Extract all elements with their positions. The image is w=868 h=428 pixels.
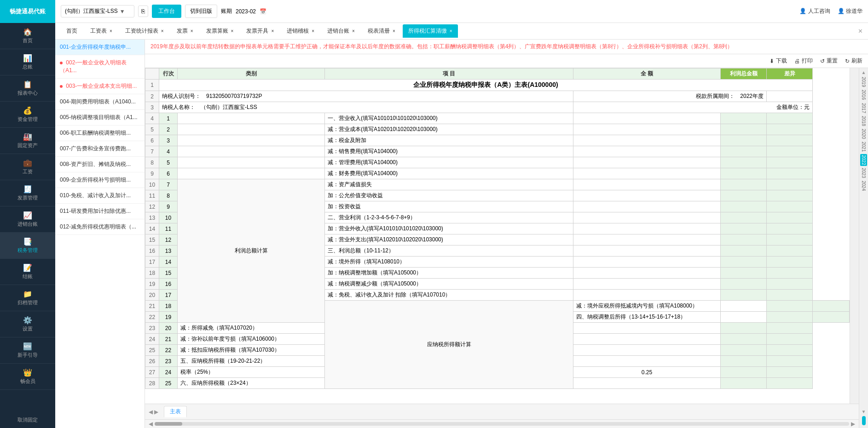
item-cell[interactable]: 减：资产减值损失 [325, 179, 573, 190]
diff-cell[interactable] [767, 356, 813, 367]
scroll-left-icon[interactable]: ◀ [149, 421, 153, 427]
profit-cell[interactable] [721, 201, 767, 212]
close-all-tabs-button[interactable]: × [858, 27, 862, 35]
close-icon[interactable]: × [191, 29, 193, 34]
diff-cell[interactable] [767, 290, 813, 301]
tab-income-tax[interactable]: 所得税汇算清缴 × [403, 24, 458, 38]
item-cell[interactable]: 减：弥补以前年度亏损（填写A106000） [178, 334, 325, 345]
profit-cell[interactable] [767, 312, 813, 323]
switch-version-button[interactable]: 切到旧版 [185, 5, 217, 18]
profit-cell[interactable] [721, 113, 767, 124]
profit-cell[interactable] [721, 334, 767, 345]
scroll-up-icon[interactable]: ▲ [862, 70, 866, 75]
diff-cell[interactable] [767, 245, 813, 257]
sidebar-item-finance[interactable]: 💰 资金管理 [0, 102, 55, 128]
close-icon[interactable]: × [450, 29, 452, 34]
amount-cell[interactable] [573, 223, 721, 234]
amount-cell[interactable]: 0.25 [573, 367, 721, 378]
diff-cell[interactable] [767, 113, 813, 124]
col-A-cell[interactable]: 11 [159, 223, 178, 234]
col-A-cell[interactable]: 10 [159, 212, 178, 223]
col-A-cell[interactable]: 21 [159, 334, 178, 345]
sidebar-item-assets[interactable]: 🏭 固定资产 [0, 128, 55, 154]
close-icon[interactable]: × [271, 29, 274, 34]
diff-cell[interactable] [767, 201, 813, 212]
diff-cell[interactable] [767, 124, 813, 135]
diff-cell[interactable] [767, 279, 813, 290]
diff-cell[interactable] [767, 345, 813, 356]
amount-cell[interactable] [573, 345, 721, 356]
item-cell[interactable]: 加：公允价值变动收益 [325, 190, 573, 201]
year-2024[interactable]: 2024 [860, 180, 867, 192]
ai-label[interactable]: 👤 人工咨询 [799, 7, 830, 15]
close-icon[interactable]: × [161, 29, 164, 34]
diff-cell[interactable] [767, 257, 813, 268]
amount-cell[interactable] [573, 268, 721, 279]
item-cell[interactable]: 四、纳税调整后所得（13-14+15-16-17+18） [573, 312, 721, 323]
left-panel-item-007[interactable]: 007-广告费和业务宣传费跑... [55, 141, 145, 157]
amount-cell[interactable] [573, 190, 721, 201]
profit-cell[interactable] [721, 345, 767, 356]
item-cell[interactable]: 减：税金及附加 [325, 135, 573, 146]
item-cell[interactable]: 减：纳税调整减少额（填写A105000） [325, 279, 573, 290]
item-cell[interactable]: 减：所得减免（填写A107020） [178, 323, 325, 334]
profit-cell[interactable] [767, 301, 813, 312]
amount-cell[interactable] [573, 113, 721, 124]
item-cell[interactable]: 减：免税、减计收入及加计 扣除（填写A107010） [325, 290, 573, 301]
amount-cell[interactable] [573, 257, 721, 268]
amount-cell[interactable] [573, 323, 721, 334]
amount-cell[interactable] [721, 312, 767, 323]
item-cell[interactable]: 三、利润总额（10-11-12） [325, 245, 573, 257]
diff-cell[interactable] [767, 179, 813, 190]
col-A-cell[interactable]: 1 [159, 113, 178, 124]
year-2017[interactable]: 2017 [860, 102, 867, 114]
profit-cell[interactable] [721, 179, 767, 190]
spreadsheet-container[interactable]: 行次 类别 项 目 全 额 利润总金额 差异 [145, 68, 850, 404]
sidebar-item-member[interactable]: 👑 畅会员 [0, 364, 55, 390]
diff-cell[interactable] [767, 146, 813, 157]
left-panel-item-006[interactable]: 006-职工薪酬纳税调整明细... [55, 126, 145, 141]
item-cell[interactable]: 减：境外所得（填写A108010） [325, 257, 573, 268]
amount-cell[interactable] [573, 356, 721, 367]
sidebar-item-settings[interactable]: ⚙️ 设置 [0, 311, 55, 337]
scroll-down-icon[interactable]: ▼ [862, 409, 866, 414]
left-panel-item-010[interactable]: 010-免税、减计收入及加计... [55, 188, 145, 204]
col-A-cell[interactable]: 19 [159, 312, 178, 323]
amount-cell[interactable] [573, 290, 721, 301]
year-2019[interactable]: 2019 [860, 76, 867, 88]
sheet-nav-arrows[interactable]: ◀ ▶ [149, 409, 158, 415]
col-A-cell[interactable]: 12 [159, 234, 178, 245]
amount-cell[interactable] [573, 124, 721, 135]
diff-cell[interactable] [767, 212, 813, 223]
profit-cell[interactable] [721, 323, 767, 334]
workbench-button[interactable]: 工作台 [152, 5, 181, 18]
diff-cell[interactable] [767, 157, 813, 168]
left-panel-item-003[interactable]: 003-一般企业成本支出明细... [55, 79, 145, 94]
close-icon[interactable]: × [312, 29, 314, 34]
item-cell[interactable]: 一、营业收入(填写A101010\101020\103000) [325, 113, 573, 124]
profit-cell[interactable] [721, 146, 767, 157]
col-A-cell[interactable]: 4 [159, 146, 178, 157]
left-panel-item-001[interactable]: 001-企业所得税年度纳税申... [55, 40, 145, 55]
col-A-cell[interactable]: 3 [159, 135, 178, 146]
item-cell[interactable]: 减：营业成本(填写A102010\102020\103000) [325, 124, 573, 135]
col-A-cell[interactable]: 7 [159, 179, 178, 190]
diff-cell[interactable] [767, 223, 813, 234]
profit-cell[interactable] [721, 212, 767, 223]
item-cell[interactable]: 减：抵扣应纳税所得额（填写A107030） [178, 345, 325, 356]
amount-cell[interactable] [573, 378, 721, 389]
profit-cell[interactable] [721, 378, 767, 389]
item-cell[interactable]: 六、应纳所得税额（23×24） [178, 378, 325, 389]
year-2020[interactable]: 2020 [860, 128, 867, 140]
print-button[interactable]: 🖨 打印 [794, 57, 813, 65]
col-A-cell[interactable]: 8 [159, 190, 178, 201]
year-2023[interactable]: 2023 [860, 167, 867, 179]
left-panel-item-011[interactable]: 011-研发费用加计扣除优惠... [55, 204, 145, 219]
tab-invoice-calc[interactable]: 发票算账 × [201, 24, 239, 38]
left-panel-item-002[interactable]: 002-一般企业收入明细表（A1... [55, 55, 145, 79]
amount-cell[interactable] [573, 157, 721, 168]
profit-cell[interactable] [721, 268, 767, 279]
col-A-cell[interactable]: 22 [159, 345, 178, 356]
tab-tax-list[interactable]: 税表清册 × [362, 24, 401, 38]
diff-cell[interactable] [767, 367, 813, 378]
